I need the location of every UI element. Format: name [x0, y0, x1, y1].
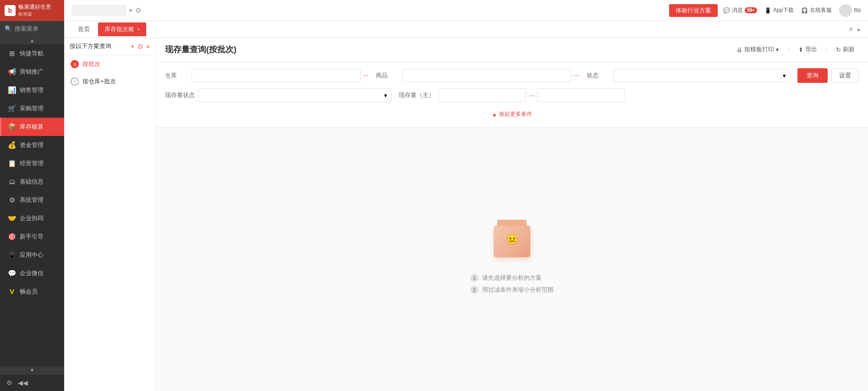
app-download-item[interactable]: 📱 App下载 [764, 6, 794, 14]
export-label: 导出 [805, 45, 817, 54]
sidebar-item-enterprise[interactable]: 🤝 企业协同 [0, 209, 64, 228]
left-panel-header: 按以下方案查询 + ⊙ « [64, 38, 155, 55]
empty-box-shape: 😐 [494, 225, 530, 257]
sidebar-item-label: 采购管理 [20, 104, 44, 113]
export-button[interactable]: ⬆ 导出 [794, 43, 821, 56]
settings-button[interactable]: 设置 [831, 68, 859, 83]
collapse-sidebar-icon[interactable]: ◀◀ [18, 379, 28, 386]
settings-footer-icon[interactable]: ⚙ [6, 379, 12, 386]
sidebar-item-label: 应用中心 [20, 251, 44, 259]
qty-max-input[interactable] [538, 88, 626, 102]
inventory-status-chevron-icon: ▾ [384, 92, 387, 99]
dropdown-chevron-icon[interactable]: ▾ [129, 7, 132, 14]
page-header-actions: 🖨 按模板打印 ▾ | ⬆ 导出 | ↻ 刷新 [732, 43, 859, 56]
sidebar-item-member[interactable]: V 畅会员 [0, 282, 64, 301]
product-filter: 商品 ··· [376, 69, 579, 82]
scheme-item-warehouse-batch[interactable]: ⊙ 按仓库+批次 [64, 73, 155, 90]
qty-range-sep: — [529, 92, 535, 99]
tab-inventory-batch[interactable]: 库存批次账 × [98, 22, 146, 36]
sidebar: b 畅康通好生意 标准版 🔍 搜索菜单 ▲ ⊞ 快捷导航 📢 营销推广 📊 销售… [0, 0, 64, 391]
warehouse-dots[interactable]: ··· [363, 71, 368, 80]
sidebar-scroll-up-button[interactable]: ▲ [0, 37, 64, 44]
sidebar-logo: b [5, 5, 16, 16]
messages-badge: 99+ [745, 7, 757, 13]
more-icon[interactable]: ▸ [857, 26, 861, 33]
sidebar-search[interactable]: 🔍 搜索菜单 [0, 21, 64, 37]
sidebar-item-purchase[interactable]: 🛒 采购管理 [0, 99, 64, 118]
product-input[interactable] [402, 69, 571, 82]
inventory-status-select[interactable]: ▾ [198, 88, 391, 102]
topbar-search-box [71, 5, 126, 16]
qty-min-input[interactable] [438, 88, 526, 102]
sidebar-scroll-down-button[interactable]: ▼ [0, 366, 64, 374]
topbar: ▾ ⚙ 体验行业方案 💬 消息 99+ 📱 App下载 🎧 在线客服 Rit [64, 0, 868, 21]
sidebar-item-label: 基础信息 [20, 178, 44, 186]
collapse-row[interactable]: ▲ 收起更多条件 [165, 108, 859, 121]
refresh-label: 刷新 [843, 45, 855, 54]
sidebar-nav: ⊞ 快捷导航 📢 营销推广 📊 销售管理 🛒 采购管理 📦 库存核算 💰 资金管… [0, 44, 64, 366]
status-chevron-icon: ▾ [783, 72, 786, 79]
experience-industry-button[interactable]: 体验行业方案 [669, 4, 718, 17]
filter-row-1: 仓库 ··· 商品 ··· 状态 ▾ [165, 68, 859, 83]
sidebar-item-quick-nav[interactable]: ⊞ 快捷导航 [0, 44, 64, 63]
basic-icon: 🗂 [8, 178, 16, 186]
user-profile[interactable]: Rit [839, 4, 861, 17]
sidebar-item-sales[interactable]: 📊 销售管理 [0, 81, 64, 99]
hint-text-2: 用过滤条件来缩小分析范围 [482, 286, 554, 294]
left-panel-title: 按以下方案查询 [70, 42, 111, 50]
avatar [839, 4, 852, 17]
newbie-icon: 🎯 [8, 233, 16, 241]
topbar-right: 💬 消息 99+ 📱 App下载 🎧 在线客服 Rit [723, 4, 861, 17]
sidebar-header: b 畅康通好生意 标准版 [0, 0, 64, 21]
inventory-qty-filter: 现存量（主） — [399, 88, 625, 102]
search-icon: 🔍 [5, 25, 12, 32]
online-service-item[interactable]: 🎧 在线客服 [801, 6, 832, 14]
main-area: ▾ ⚙ 体验行业方案 💬 消息 99+ 📱 App下载 🎧 在线客服 Rit [64, 0, 868, 391]
sidebar-item-basic[interactable]: 🗂 基础信息 [0, 173, 64, 191]
sidebar-item-wechat[interactable]: 💬 企业微信 [0, 264, 64, 282]
empty-state: 😐 1 请先选择要分析的方案 2 用过滤条件来缩小分析范围 [156, 128, 868, 391]
sidebar-item-system[interactable]: ⚙ 系统管理 [0, 191, 64, 209]
tab-home[interactable]: 首页 [71, 22, 96, 36]
status-select[interactable]: ▾ [613, 69, 790, 82]
add-scheme-icon[interactable]: + [131, 42, 135, 50]
system-icon: ⚙ [8, 196, 16, 204]
page-header: 现存量查询(按批次) 🖨 按模板打印 ▾ | ⬆ 导出 | ↻ [156, 38, 868, 62]
online-service-label: 在线客服 [810, 6, 832, 14]
query-button[interactable]: 查询 [797, 68, 828, 83]
marketing-icon: 📢 [8, 68, 16, 76]
filter-area: 仓库 ··· 商品 ··· 状态 ▾ [156, 62, 868, 128]
sidebar-item-newbie[interactable]: 🎯 新手引导 [0, 228, 64, 246]
sidebar-item-operations[interactable]: 📋 经营管理 [0, 154, 64, 173]
messages-label: 消息 [732, 6, 743, 14]
collapse-panel-icon[interactable]: « [146, 42, 150, 50]
settings-gear-icon[interactable]: ⚙ [135, 6, 141, 15]
inventory-qty-label: 现存量（主） [399, 91, 434, 99]
print-label: 按模板打印 [744, 45, 774, 54]
sidebar-item-inventory[interactable]: 📦 库存核算 [0, 118, 64, 136]
scheme-item-warehouse-label: 按仓库+批次 [82, 77, 116, 86]
product-dots[interactable]: ··· [573, 71, 579, 80]
separator-2: | [826, 46, 827, 53]
sidebar-item-finance[interactable]: 💰 资金管理 [0, 136, 64, 154]
message-icon: 💬 [723, 7, 730, 14]
finance-icon: 💰 [8, 141, 16, 149]
sidebar-item-apps[interactable]: 📱 应用中心 [0, 246, 64, 264]
empty-illustration: 😐 [489, 225, 535, 266]
warehouse-input[interactable] [192, 69, 361, 82]
print-dropdown-icon[interactable]: ▾ [776, 46, 779, 53]
refresh-button[interactable]: ↻ 刷新 [832, 43, 859, 56]
close-window-icon[interactable]: ✕ [848, 26, 854, 33]
messages-item[interactable]: 💬 消息 99+ [723, 6, 757, 14]
print-button[interactable]: 🖨 按模板打印 ▾ [732, 43, 783, 56]
sidebar-item-label: 库存核算 [20, 123, 44, 131]
tabs-right: ✕ ▸ [848, 26, 861, 33]
sidebar-item-marketing[interactable]: 📢 营销推广 [0, 63, 64, 81]
tab-close-icon[interactable]: × [137, 27, 140, 32]
user-name: Rit [854, 7, 861, 14]
settings-scheme-icon[interactable]: ⊙ [137, 42, 143, 50]
sidebar-item-label: 企业微信 [20, 269, 44, 277]
scheme-item-batch[interactable]: ⊙ 按批次 [64, 55, 155, 73]
quick-nav-icon: ⊞ [8, 49, 16, 58]
hint-num-1: 1 [470, 274, 478, 282]
